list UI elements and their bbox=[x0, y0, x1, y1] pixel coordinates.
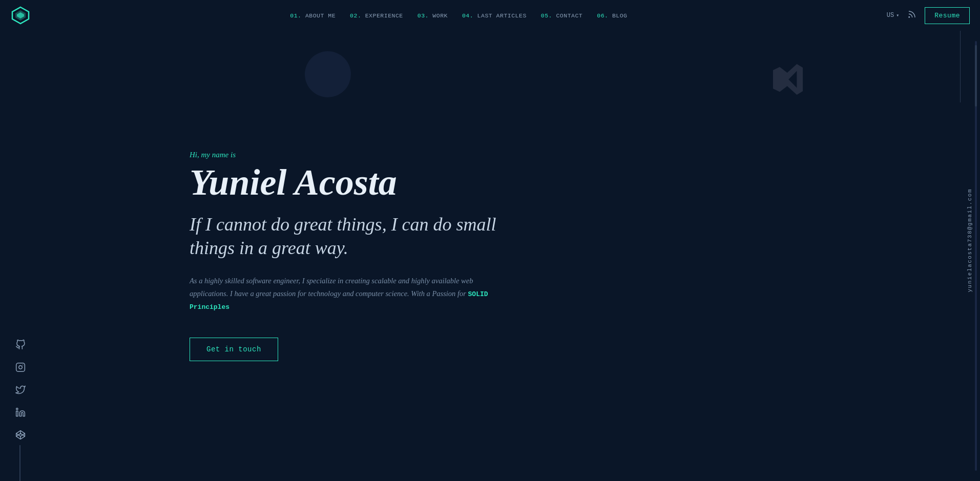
hero-section: Hi, my name is Yuniel Acosta If I cannot… bbox=[190, 151, 517, 361]
rss-icon[interactable] bbox=[907, 10, 916, 21]
header: 01. ABOUT ME 02. EXPERIENCE 03. WORK 04.… bbox=[0, 0, 980, 31]
nav-about[interactable]: 01. ABOUT ME bbox=[290, 12, 336, 19]
lang-selector[interactable]: US ▾ bbox=[887, 12, 899, 19]
chevron-down-icon: ▾ bbox=[896, 12, 899, 18]
nav-work[interactable]: 03. WORK bbox=[418, 12, 448, 19]
greeting-text: Hi, my name is bbox=[190, 151, 517, 159]
nav-right: US ▾ Resume bbox=[887, 7, 970, 24]
main-content: Hi, my name is Yuniel Acosta If I cannot… bbox=[0, 31, 980, 481]
twitter-icon[interactable] bbox=[15, 385, 26, 395]
linkedin-icon[interactable] bbox=[15, 407, 26, 417]
resume-button[interactable]: Resume bbox=[925, 7, 970, 24]
cta-button[interactable]: Get in touch bbox=[190, 338, 278, 361]
description-text: As a highly skilled software engineer, I… bbox=[190, 277, 473, 298]
codepen-icon[interactable] bbox=[15, 430, 26, 440]
right-sidebar: yunielacosta738@gmail.com bbox=[967, 0, 973, 481]
svg-point-3 bbox=[909, 17, 910, 18]
left-sidebar bbox=[15, 340, 26, 440]
nav: 01. ABOUT ME 02. EXPERIENCE 03. WORK 04.… bbox=[290, 12, 627, 19]
svg-rect-4 bbox=[16, 363, 25, 372]
logo[interactable] bbox=[10, 5, 31, 26]
instagram-icon[interactable] bbox=[15, 362, 26, 372]
tagline: If I cannot do great things, I can do sm… bbox=[190, 213, 517, 261]
svg-point-7 bbox=[16, 408, 18, 410]
email-label[interactable]: yunielacosta738@gmail.com bbox=[967, 189, 973, 292]
svg-rect-6 bbox=[16, 411, 18, 416]
lang-label: US bbox=[887, 12, 894, 19]
nav-blog[interactable]: 06. BLOG bbox=[597, 12, 627, 19]
name-heading: Yuniel Acosta bbox=[190, 163, 517, 202]
nav-articles[interactable]: 04. LAST ARTICLES bbox=[462, 12, 527, 19]
nav-contact[interactable]: 05. CONTACT bbox=[541, 12, 582, 19]
github-icon[interactable] bbox=[15, 340, 26, 350]
nav-experience[interactable]: 02. EXPERIENCE bbox=[350, 12, 403, 19]
description: As a highly skilled software engineer, I… bbox=[190, 275, 507, 313]
